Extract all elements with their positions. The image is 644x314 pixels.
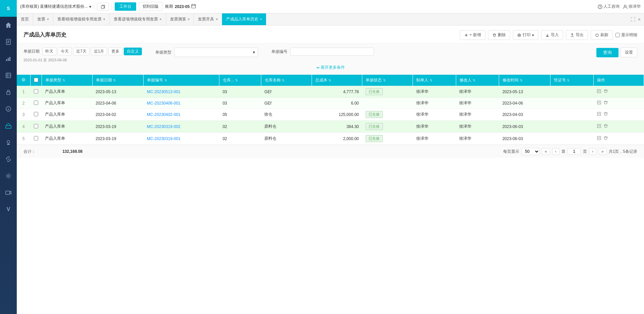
row-no-4[interactable]: MC-20230319-002 — [144, 121, 219, 133]
tab-invoices-close[interactable]: × — [47, 17, 49, 21]
support-btn[interactable]: 人工咨询 — [598, 4, 620, 9]
tab-invoices[interactable]: 发票 × — [33, 13, 53, 25]
sidebar-item-book[interactable] — [0, 67, 17, 84]
row-checkbox-3[interactable] — [30, 109, 42, 121]
last7days-btn[interactable]: 近7天 — [73, 48, 90, 55]
sidebar-item-lock[interactable] — [0, 84, 17, 101]
sidebar-item-v[interactable]: V — [0, 201, 17, 218]
sidebar-item-asset[interactable]: ¥ — [0, 101, 17, 117]
period-calendar-icon[interactable] — [191, 4, 196, 9]
row-edit-btn-2[interactable] — [597, 100, 601, 106]
row-delete-btn-1[interactable] — [603, 89, 608, 95]
last-page-btn[interactable]: » — [598, 148, 607, 155]
page-input[interactable] — [568, 148, 581, 155]
row-delete-btn-2[interactable] — [603, 100, 608, 106]
workspace-btn[interactable]: 工作台 — [115, 2, 136, 11]
tab-invoice-issue[interactable]: 发票开具 × — [194, 13, 222, 25]
sidebar-item-link[interactable] — [0, 151, 17, 168]
sidebar-item-home[interactable] — [0, 17, 17, 34]
th-creator[interactable]: 制单人 ⇅ — [413, 75, 456, 86]
row-no-1[interactable]: MC-20230513-001 — [144, 86, 219, 98]
row-edit-btn-1[interactable] — [597, 89, 601, 95]
th-settings[interactable] — [17, 75, 30, 86]
history-btn[interactable]: 切到旧版 — [139, 2, 162, 11]
th-date[interactable]: 单据日期 ⇅ — [92, 75, 144, 86]
type-filter-select[interactable]: ▾ — [174, 48, 258, 57]
row-voucher-2 — [550, 98, 593, 109]
tab-invoice-issue-close[interactable]: × — [216, 17, 218, 21]
yesterday-btn[interactable]: 昨天 — [42, 48, 56, 55]
first-page-btn[interactable]: « — [542, 148, 550, 155]
sidebar-item-inventory[interactable] — [0, 117, 17, 134]
sidebar-item-settings[interactable] — [0, 168, 17, 184]
th-warehouse-code[interactable]: 仓库... ⇅ — [219, 75, 261, 86]
row-checkbox-4[interactable] — [30, 121, 42, 133]
row-edit-btn-5[interactable] — [597, 136, 601, 141]
company-selector[interactable]: (库存核算) 直播轻捷通信息技术股份... ▾ — [20, 4, 91, 9]
today-btn[interactable]: 今天 — [58, 48, 72, 55]
row-edit-btn-3[interactable] — [597, 112, 601, 117]
th-type[interactable]: 单据类型 ⇅ — [42, 75, 92, 86]
user-menu[interactable]: 徐泽华 — [623, 4, 641, 9]
th-modify-time[interactable]: 修改时间 ⇅ — [499, 75, 550, 86]
sidebar-item-chart[interactable] — [0, 50, 17, 67]
th-no[interactable]: 单据编号 ⇅ — [144, 75, 219, 86]
refresh-btn[interactable]: 刷新 — [591, 30, 613, 40]
new-btn[interactable]: + 新增 — [460, 30, 485, 40]
row-no-2[interactable]: MC-20230406-001 — [144, 98, 219, 109]
tab-product-history-close[interactable]: × — [260, 17, 262, 21]
row-no-3[interactable]: MC-20230402-001 — [144, 109, 219, 121]
th-modifier[interactable]: 修改人 ⇅ — [456, 75, 499, 86]
copy-btn[interactable] — [97, 3, 109, 11]
expand-more-btn[interactable]: 展开更多条件 — [316, 65, 345, 70]
sidebar-item-stamp[interactable] — [0, 134, 17, 151]
tab-sales-vat[interactable]: 查看销项增值税专用发票 × — [53, 13, 110, 25]
select-all-checkbox[interactable] — [34, 78, 38, 82]
delete-btn[interactable]: 删除 — [488, 30, 510, 40]
tab-close-all-btn[interactable]: × — [638, 17, 641, 22]
th-checkbox[interactable] — [30, 75, 42, 86]
row-checkbox-2[interactable] — [30, 98, 42, 109]
page-size-select[interactable]: 50 100 200 — [521, 148, 540, 155]
row-cost-4: 384.30 — [312, 121, 362, 133]
th-voucher-no[interactable]: 凭证号 ⇅ — [550, 75, 593, 86]
row-wh-name-3: 徐仓 — [261, 109, 312, 121]
row-no-5[interactable]: MC-20230319-001 — [144, 133, 219, 145]
row-delete-btn-3[interactable] — [603, 112, 608, 117]
row-edit-btn-4[interactable] — [597, 124, 601, 129]
show-detail-checkbox-label[interactable]: 显示明细 — [615, 32, 637, 38]
query-btn[interactable]: 查询 — [596, 48, 619, 57]
row-actions-1 — [593, 86, 644, 98]
tab-invoice-calc-close[interactable]: × — [188, 17, 190, 21]
tab-purchase-vat-close[interactable]: × — [160, 17, 162, 21]
row-checkbox-1[interactable] — [30, 86, 42, 98]
tab-purchase-vat[interactable]: 查看进项增值税专用发票 × — [110, 13, 166, 25]
last1month-btn[interactable]: 近1月 — [91, 48, 107, 55]
show-detail-checkbox[interactable] — [615, 33, 620, 37]
row-checkbox-5[interactable] — [30, 133, 42, 145]
reset-btn[interactable]: 设置 — [621, 48, 637, 57]
tab-maximize-btn[interactable]: ⛶ — [631, 17, 635, 22]
th-total-cost[interactable]: 总成本 ⇅ — [312, 75, 362, 86]
no-filter-input[interactable] — [290, 48, 374, 56]
tab-invoice-calc[interactable]: 发票测算 × — [166, 13, 194, 25]
import-btn[interactable]: 导入 — [541, 30, 563, 40]
custom-btn[interactable]: 自定义 — [124, 48, 142, 55]
tab-product-history[interactable]: 产成品入库单历史 × — [222, 13, 266, 25]
th-status[interactable]: 单据状态 ⇅ — [362, 75, 413, 86]
total-label: 合计： — [23, 149, 36, 154]
sidebar-item-video[interactable] — [0, 184, 17, 201]
tab-home[interactable]: 首页 — [17, 13, 33, 25]
tab-sales-vat-close[interactable]: × — [103, 17, 105, 21]
app-logo[interactable]: S — [0, 0, 17, 17]
row-delete-btn-5[interactable] — [603, 136, 608, 141]
print-dropdown-icon[interactable]: ▾ — [532, 33, 534, 38]
export-btn[interactable]: 导出 — [566, 30, 588, 40]
th-warehouse-name[interactable]: 仓库名称 ⇅ — [261, 75, 312, 86]
print-btn[interactable]: 打印 ▾ — [513, 30, 538, 40]
more-btn[interactable]: 更多 — [108, 48, 122, 55]
sidebar-item-invoice[interactable] — [0, 34, 17, 50]
next-page-btn[interactable]: › — [589, 148, 596, 155]
row-delete-btn-4[interactable] — [603, 124, 608, 129]
prev-page-btn[interactable]: ‹ — [552, 148, 559, 155]
